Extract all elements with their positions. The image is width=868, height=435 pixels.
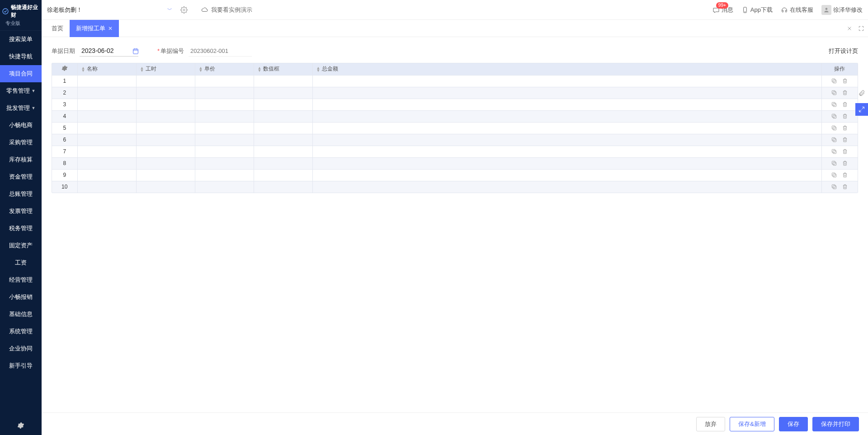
cell-name[interactable]	[77, 146, 136, 157]
sidebar-item-2[interactable]: 项目合同	[0, 65, 42, 82]
cell-price[interactable]	[195, 75, 254, 87]
cell-numbox[interactable]	[254, 122, 312, 134]
save-print-button[interactable]: 保存并打印	[812, 417, 859, 431]
cell-name[interactable]	[77, 181, 136, 193]
th-hours[interactable]: ▲▼工时	[136, 63, 195, 75]
th-settings[interactable]	[52, 63, 77, 75]
cell-name[interactable]	[77, 110, 136, 122]
th-total[interactable]: ▲▼总金额	[312, 63, 821, 75]
org-selector[interactable]: 徐老板勿删！ ﹀	[47, 6, 172, 14]
th-name[interactable]: ▲▼名称	[77, 63, 136, 75]
cell-hours[interactable]	[136, 181, 195, 193]
delete-row-icon[interactable]	[842, 125, 848, 131]
sidebar-item-9[interactable]: 总账管理	[0, 185, 42, 203]
cell-hours[interactable]	[136, 169, 195, 181]
table-row[interactable]: 3	[52, 99, 858, 110]
cell-hours[interactable]	[136, 87, 195, 99]
table-row[interactable]: 1	[52, 75, 858, 87]
sidebar-item-14[interactable]: 经营管理	[0, 271, 42, 288]
cell-total[interactable]	[312, 99, 821, 110]
cell-total[interactable]	[312, 169, 821, 181]
delete-row-icon[interactable]	[842, 160, 848, 166]
settings-icon[interactable]	[17, 422, 24, 429]
table-row[interactable]: 6	[52, 134, 858, 146]
close-all-icon[interactable]	[846, 25, 853, 32]
delete-row-icon[interactable]	[842, 184, 848, 190]
copy-row-icon[interactable]	[831, 90, 837, 96]
cell-numbox[interactable]	[254, 99, 312, 110]
demo-link[interactable]: 我要看实例演示	[201, 6, 252, 14]
messages-button[interactable]: 99+ 消息	[712, 6, 733, 14]
cell-price[interactable]	[195, 157, 254, 169]
discard-button[interactable]: 放弃	[696, 417, 725, 431]
cell-name[interactable]	[77, 122, 136, 134]
copy-row-icon[interactable]	[831, 160, 837, 166]
cell-name[interactable]	[77, 157, 136, 169]
sidebar-item-5[interactable]: 小畅电商	[0, 117, 42, 134]
cell-hours[interactable]	[136, 110, 195, 122]
cell-price[interactable]	[195, 146, 254, 157]
cell-total[interactable]	[312, 110, 821, 122]
copy-row-icon[interactable]	[831, 172, 837, 178]
cell-total[interactable]	[312, 134, 821, 146]
th-price[interactable]: ▲▼单价	[195, 63, 254, 75]
delete-row-icon[interactable]	[842, 78, 848, 84]
table-row[interactable]: 9	[52, 169, 858, 181]
table-row[interactable]: 2	[52, 87, 858, 99]
support-button[interactable]: 在线客服	[781, 6, 813, 14]
copy-row-icon[interactable]	[831, 78, 837, 84]
sidebar-item-6[interactable]: 采购管理	[0, 134, 42, 151]
cell-numbox[interactable]	[254, 110, 312, 122]
cell-total[interactable]	[312, 75, 821, 87]
cell-price[interactable]	[195, 169, 254, 181]
open-design-link[interactable]: 打开设计页	[829, 47, 858, 55]
cell-name[interactable]	[77, 134, 136, 146]
expand-button[interactable]	[855, 103, 868, 116]
cell-total[interactable]	[312, 157, 821, 169]
sidebar-item-19[interactable]: 新手引导	[0, 357, 42, 374]
delete-row-icon[interactable]	[842, 113, 848, 119]
date-input[interactable]	[80, 45, 138, 57]
table-row[interactable]: 5	[52, 122, 858, 134]
cell-numbox[interactable]	[254, 75, 312, 87]
cell-numbox[interactable]	[254, 87, 312, 99]
sidebar-item-0[interactable]: 搜索菜单	[0, 31, 42, 48]
cell-numbox[interactable]	[254, 181, 312, 193]
table-row[interactable]: 10	[52, 181, 858, 193]
cell-name[interactable]	[77, 75, 136, 87]
table-row[interactable]: 4	[52, 110, 858, 122]
sidebar-item-16[interactable]: 基础信息	[0, 306, 42, 323]
copy-row-icon[interactable]	[831, 101, 837, 108]
copy-row-icon[interactable]	[831, 148, 837, 155]
tab-active[interactable]: 新增报工单 ✕	[70, 20, 119, 37]
sidebar-item-10[interactable]: 发票管理	[0, 203, 42, 220]
cell-hours[interactable]	[136, 134, 195, 146]
cell-price[interactable]	[195, 181, 254, 193]
org-settings-icon[interactable]	[180, 6, 188, 14]
cell-hours[interactable]	[136, 146, 195, 157]
fullscreen-icon[interactable]	[858, 25, 864, 32]
save-button[interactable]: 保存	[779, 417, 808, 431]
cell-hours[interactable]	[136, 99, 195, 110]
copy-row-icon[interactable]	[831, 184, 837, 190]
delete-row-icon[interactable]	[842, 137, 848, 143]
sidebar-item-11[interactable]: 税务管理	[0, 220, 42, 237]
cell-price[interactable]	[195, 99, 254, 110]
cell-total[interactable]	[312, 122, 821, 134]
cell-numbox[interactable]	[254, 134, 312, 146]
cell-total[interactable]	[312, 181, 821, 193]
cell-total[interactable]	[312, 87, 821, 99]
copy-row-icon[interactable]	[831, 113, 837, 119]
save-new-button[interactable]: 保存&新增	[730, 417, 774, 431]
table-row[interactable]: 7	[52, 146, 858, 157]
cell-price[interactable]	[195, 134, 254, 146]
cell-numbox[interactable]	[254, 169, 312, 181]
delete-row-icon[interactable]	[842, 101, 848, 108]
docno-input[interactable]	[189, 46, 252, 57]
cell-numbox[interactable]	[254, 146, 312, 157]
sidebar-item-4[interactable]: 批发管理▼	[0, 99, 42, 117]
sidebar-item-17[interactable]: 系统管理	[0, 323, 42, 340]
cell-numbox[interactable]	[254, 157, 312, 169]
table-row[interactable]: 8	[52, 157, 858, 169]
sidebar-item-15[interactable]: 小畅报销	[0, 288, 42, 306]
